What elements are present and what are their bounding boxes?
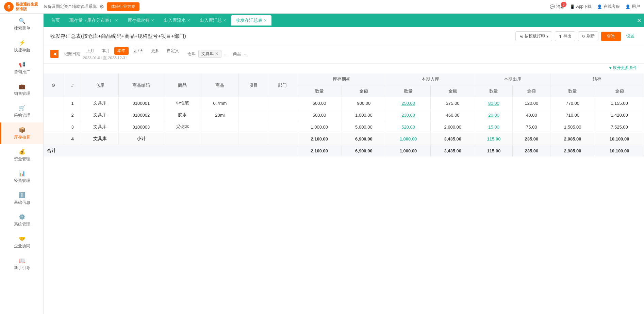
user-label: 用户 xyxy=(632,4,640,10)
row-in-qty[interactable]: 520.00 xyxy=(386,121,431,133)
row-bal-amt: 1,420.00 xyxy=(595,109,644,121)
filter-toggle[interactable]: ◀ xyxy=(50,50,59,58)
tab-close-icon[interactable]: ✕ xyxy=(151,18,154,23)
col-out-header: 本期出库 xyxy=(475,73,550,85)
table-container[interactable]: ⚙ # 仓库 商品编码 商品 商品 项目 部门 库存期初 本期入库 本期出库 xyxy=(44,73,644,314)
warehouse-tag-close[interactable]: ✕ xyxy=(215,51,218,56)
online-service-action[interactable]: 👤 在线客服 xyxy=(597,4,620,10)
col-dept-header: 部门 xyxy=(268,73,297,97)
enterprise-icon: 🤝 xyxy=(19,235,26,242)
date-btn-this-month[interactable]: 本月 xyxy=(99,47,113,55)
tab-close-icon[interactable]: ✕ xyxy=(264,18,267,23)
tab-close-icon[interactable]: ✕ xyxy=(187,18,190,23)
warehouse-tag[interactable]: 文具库 ✕ xyxy=(198,50,221,58)
sidebar-item-label: 资金管理 xyxy=(14,156,30,162)
print-button[interactable]: 🖨 按模板打印 ▾ xyxy=(515,31,552,41)
operations-icon: 📊 xyxy=(19,170,26,177)
settings-icon[interactable]: ⚙ xyxy=(99,3,104,10)
row-bal-qty: 1,505.00 xyxy=(550,121,595,133)
expand-conditions-button[interactable]: ▾ 展开更多条件 xyxy=(609,65,637,71)
export-button[interactable]: ⬆ 导出 xyxy=(555,31,575,41)
date-btn-7days[interactable]: 近7天 xyxy=(130,47,147,55)
row-code: 0100002 xyxy=(118,109,164,121)
date-btn-this-year[interactable]: 本年 xyxy=(114,47,129,55)
col-bal-qty-header: 数量 xyxy=(550,85,595,97)
warehouse-more-btn[interactable]: ... xyxy=(224,51,228,56)
row-out-qty[interactable]: 20.00 xyxy=(475,109,513,121)
col-out-qty-header: 数量 xyxy=(475,85,513,97)
refresh-button[interactable]: ↻ 刷新 xyxy=(578,31,598,41)
page-title: 收发存汇总表(按仓库+商品编码+商品+规格型号+项目+部门) xyxy=(50,33,186,39)
trial-button[interactable]: 体验行业方案 xyxy=(107,2,139,11)
row-warehouse: 文具库 xyxy=(81,109,118,121)
col-bal-header: 结存 xyxy=(550,73,644,85)
row-goods xyxy=(164,133,201,145)
row-dept xyxy=(268,97,297,109)
message-icon: 💬 xyxy=(550,4,555,9)
tab-home[interactable]: 首页 xyxy=(46,15,65,26)
row-in-qty[interactable]: 1,000.00 xyxy=(386,133,431,145)
sidebar-item-system[interactable]: ⚙️ 系统管理 xyxy=(0,210,43,231)
col-init-header: 库存期初 xyxy=(297,73,386,85)
row-in-qty[interactable]: 250.00 xyxy=(386,97,431,109)
sidebar-item-quick[interactable]: ⚡ 快捷导航 xyxy=(0,35,43,57)
date-range: 2023-01-01 至 2023-12-31 xyxy=(83,55,182,61)
sidebar-item-label: 营销推广 xyxy=(14,69,30,75)
row-out-qty[interactable]: 115.00 xyxy=(475,133,513,145)
col-init-amt-header: 金额 xyxy=(342,85,386,97)
sidebar-item-enterprise[interactable]: 🤝 企业协同 xyxy=(0,231,43,253)
sidebar-item-guide[interactable]: 📖 新手引导 xyxy=(0,253,43,275)
row-in-qty[interactable]: 230.00 xyxy=(386,109,431,121)
top-bar-actions: 💬 消息 6 📱 App下载 👤 在线客服 👤 用户 xyxy=(550,4,640,10)
sidebar-item-inventory[interactable]: 📦 库存核算 xyxy=(0,122,43,144)
row-out-qty[interactable]: 15.00 xyxy=(475,121,513,133)
col-settings-header[interactable]: ⚙ xyxy=(44,73,64,97)
row-bal-qty: 710.00 xyxy=(550,109,595,121)
date-btn-last-month[interactable]: 上月 xyxy=(83,47,97,55)
tab-summary[interactable]: 收发存汇总表 ✕ xyxy=(231,15,271,26)
row-out-amt: 235.00 xyxy=(513,133,550,145)
user-action[interactable]: 👤 用户 xyxy=(625,4,640,10)
row-out-qty[interactable]: 80.00 xyxy=(475,97,513,109)
tab-batch[interactable]: 库存批次账 ✕ xyxy=(123,15,159,26)
sidebar-item-marketing[interactable]: 📢 营销推广 xyxy=(0,57,43,79)
row-init-amt: 5,000.00 xyxy=(342,121,386,133)
phone-icon: 📱 xyxy=(570,4,575,9)
row-in-amt: 460.00 xyxy=(430,109,475,121)
footer-init-qty: 2,100.00 xyxy=(297,145,342,157)
sidebar-item-basic-info[interactable]: ℹ️ 基础信息 xyxy=(0,188,43,210)
tab-summary-inout[interactable]: 出入库汇总 ✕ xyxy=(195,15,231,26)
settings-text-button[interactable]: 设置 xyxy=(624,32,637,41)
tab-flow[interactable]: 出入库流水 ✕ xyxy=(159,15,195,26)
sidebar-item-sales[interactable]: 💼 销售管理 xyxy=(0,79,43,101)
sidebar-item-purchase[interactable]: 🛒 采购管理 xyxy=(0,101,43,122)
sidebar-item-finance[interactable]: 💰 资金管理 xyxy=(0,144,43,166)
warehouse-label: 仓库 xyxy=(187,51,196,57)
sidebar-item-label: 搜索菜单 xyxy=(14,26,30,31)
page-header: 收发存汇总表(按仓库+商品编码+商品+规格型号+项目+部门) 🖨 按模板打印 ▾… xyxy=(44,27,644,44)
row-in-amt: 3,435.00 xyxy=(430,133,475,145)
row-bal-amt: 1,155.00 xyxy=(595,97,644,109)
date-btn-more[interactable]: 更多 xyxy=(148,47,162,55)
page-actions: 🖨 按模板打印 ▾ ⬆ 导出 ↻ 刷新 查询 设置 xyxy=(515,31,637,41)
finance-icon: 💰 xyxy=(19,148,26,155)
row-bal-amt: 7,525.00 xyxy=(595,121,644,133)
sidebar-item-search[interactable]: 🔍 搜索菜单 xyxy=(0,14,43,35)
tab-inventory-dist[interactable]: 现存量（库存分布表） ✕ xyxy=(65,15,123,26)
sales-icon: 💼 xyxy=(19,83,26,89)
top-bar-left: 6 畅捷通好生意 标准版 装备及固定资产辅助管理系统 ⚙ 体验行业方案 xyxy=(4,2,139,12)
data-table: ⚙ # 仓库 商品编码 商品 商品 项目 部门 库存期初 本期入库 本期出库 xyxy=(44,73,644,156)
service-icon: 👤 xyxy=(597,4,602,9)
goods-filter-group: 商品 ... xyxy=(233,51,247,57)
filter-bar: ◀ 记账日期 上月 本月 本年 近7天 更多 自定义 xyxy=(44,44,644,64)
tab-close-icon[interactable]: ✕ xyxy=(115,18,118,23)
tab-close-icon[interactable]: ✕ xyxy=(223,18,226,23)
goods-more-btn[interactable]: ... xyxy=(244,51,247,56)
date-btn-custom[interactable]: 自定义 xyxy=(164,47,182,55)
query-button[interactable]: 查询 xyxy=(601,32,621,41)
message-action[interactable]: 💬 消息 6 xyxy=(550,4,564,10)
sidebar-item-operations[interactable]: 📊 经营管理 xyxy=(0,166,43,188)
app-download-action[interactable]: 📱 App下载 xyxy=(570,4,592,10)
main-layout: 🔍 搜索菜单 ⚡ 快捷导航 📢 营销推广 💼 销售管理 🛒 采购管理 📦 xyxy=(0,14,644,314)
tab-bar-close-button[interactable]: ✕ xyxy=(637,17,641,24)
